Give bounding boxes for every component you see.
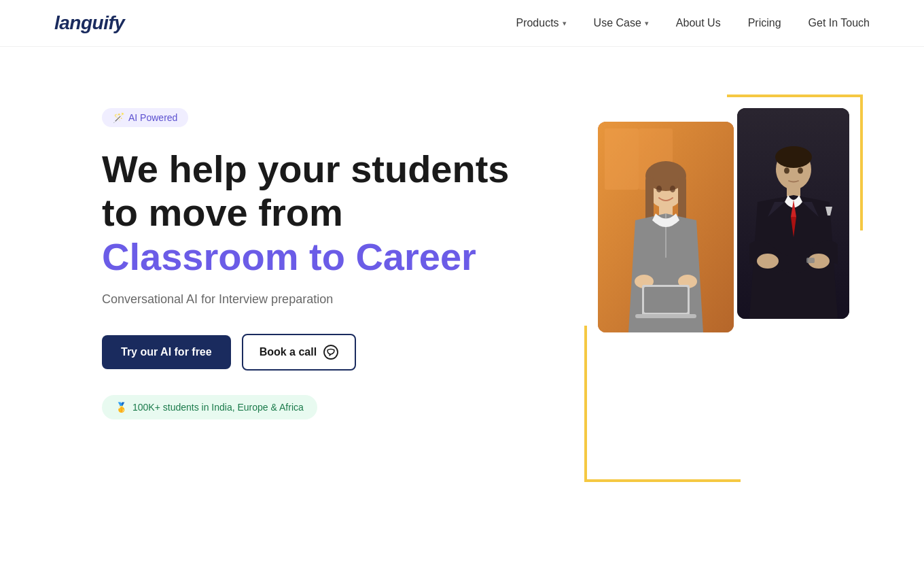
book-call-label: Book a call	[260, 346, 317, 358]
book-call-button[interactable]: Book a call	[242, 334, 356, 371]
try-ai-label: Try our AI for free	[121, 346, 212, 358]
person-card-2	[737, 108, 849, 319]
ai-powered-badge: 🪄 AI Powered	[102, 108, 188, 127]
svg-rect-16	[635, 314, 696, 318]
chevron-down-icon: ▾	[645, 19, 649, 28]
chevron-down-icon: ▾	[563, 19, 567, 28]
logo[interactable]: languify	[54, 12, 124, 34]
nav-links: Products ▾ Use Case ▾ About Us Pricing G…	[516, 17, 870, 29]
yellow-border-bottom-decoration	[584, 326, 741, 482]
badge-text: AI Powered	[128, 112, 177, 123]
hero-title-part1: We help your students to move from	[102, 148, 509, 234]
nav-item-aboutus[interactable]: About Us	[676, 17, 721, 29]
nav-getintouch-label: Get In Touch	[808, 17, 870, 29]
hero-content-left: 🪄 AI Powered We help your students to mo…	[102, 88, 510, 419]
nav-pricing-label: Pricing	[748, 17, 781, 29]
hero-image-right	[584, 101, 870, 482]
hero-title-highlight: Classroom to Career	[102, 235, 476, 278]
svg-point-23	[757, 254, 779, 269]
svg-rect-25	[806, 258, 815, 263]
hero-subtitle: Conversational AI for Interview preparat…	[102, 292, 510, 307]
students-emoji: 🥇	[116, 402, 127, 413]
students-badge: 🥇 100K+ students in India, Europe & Afri…	[102, 395, 317, 419]
svg-point-0	[324, 345, 338, 359]
nav-item-getintouch[interactable]: Get In Touch	[808, 17, 870, 29]
badge-emoji: 🪄	[113, 112, 124, 123]
chat-icon	[323, 345, 338, 360]
svg-rect-15	[644, 287, 688, 313]
svg-point-19	[775, 146, 812, 168]
person-card-1	[598, 122, 734, 332]
cta-buttons: Try our AI for free Book a call	[102, 334, 510, 371]
svg-point-20	[784, 168, 789, 174]
nav-usecase-label: Use Case	[594, 17, 641, 29]
nav-item-pricing[interactable]: Pricing	[748, 17, 781, 29]
hero-section: 🪄 AI Powered We help your students to mo…	[0, 47, 924, 550]
svg-point-9	[656, 186, 662, 192]
nav-item-usecase[interactable]: Use Case ▾	[594, 17, 649, 29]
navbar: languify Products ▾ Use Case ▾ About Us …	[0, 0, 924, 47]
nav-products-label: Products	[516, 17, 558, 29]
svg-point-10	[670, 186, 675, 192]
hero-title: We help your students to move from Class…	[102, 148, 510, 279]
try-ai-button[interactable]: Try our AI for free	[102, 335, 231, 369]
students-text: 100K+ students in India, Europe & Africa	[132, 402, 304, 413]
nav-aboutus-label: About Us	[676, 17, 721, 29]
logo-text: languify	[54, 12, 124, 33]
nav-item-products[interactable]: Products ▾	[516, 17, 566, 29]
svg-rect-3	[605, 128, 639, 190]
svg-point-21	[798, 168, 803, 174]
